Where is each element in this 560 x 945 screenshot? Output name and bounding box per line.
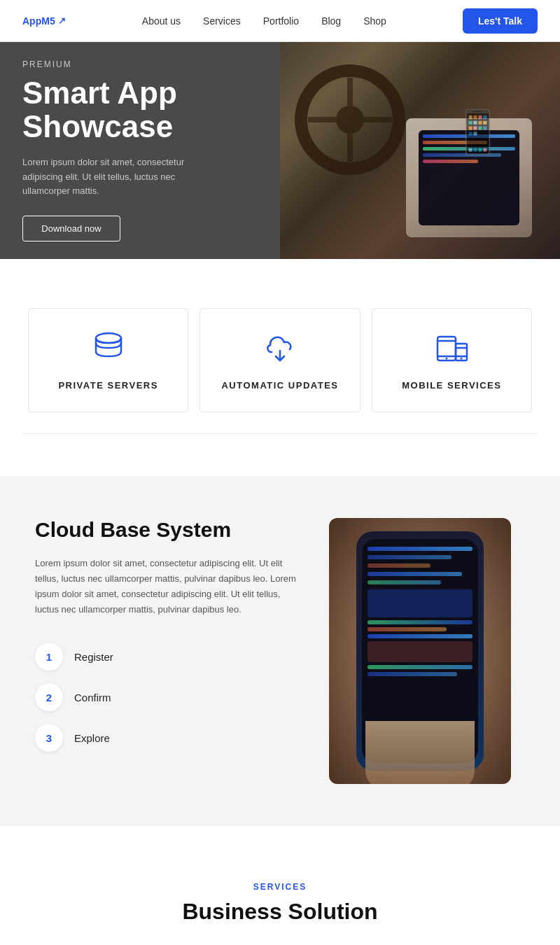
lets-talk-button[interactable]: Les't Talk — [463, 8, 538, 34]
step-2: 2 Confirm — [35, 683, 301, 711]
services-title: Business Solution — [22, 899, 538, 925]
nav-shop[interactable]: Shop — [363, 15, 386, 27]
download-button[interactable]: Download now — [22, 216, 120, 241]
services-section: SERVICES Business Solution — [0, 847, 560, 945]
step-1: 1 Register — [35, 643, 301, 671]
cloud-title: Cloud Base System — [35, 518, 301, 542]
nav-services[interactable]: Services — [203, 15, 241, 27]
hero-description: Lorem ipsum dolor sit amet, consectetur … — [22, 155, 218, 199]
phone-image-sim — [329, 518, 511, 784]
logo-icon: ↗ — [58, 15, 66, 26]
step-1-number: 1 — [35, 643, 63, 671]
navbar: AppM5 ↗ About us Services Portfolio Blog… — [0, 0, 560, 42]
features-row: PRIVATE SERVERS AUTOMATIC UPDATES — [22, 287, 538, 434]
mobile-services-label: MOBILE SERVICES — [402, 380, 501, 391]
hero-title: Smart App Showcase — [22, 76, 258, 144]
cloud-right-image — [329, 518, 525, 784]
step-3: 3 Explore — [35, 724, 301, 752]
hero-section: PREMIUM Smart App Showcase Lorem ipsum d… — [0, 42, 560, 259]
nav-portfolio[interactable]: Portfolio — [263, 15, 299, 27]
cloud-left-content: Cloud Base System Lorem ipsum dolor sit … — [35, 518, 301, 752]
svg-point-14 — [461, 358, 463, 360]
devices-icon — [433, 330, 470, 369]
hero-premium-label: PREMIUM — [22, 59, 258, 69]
hero-content: PREMIUM Smart App Showcase Lorem ipsum d… — [0, 42, 280, 259]
services-tag: SERVICES — [22, 882, 538, 892]
cloud-inner: Cloud Base System Lorem ipsum dolor sit … — [35, 518, 525, 784]
hero-image-sim — [280, 42, 560, 259]
step-2-label: Confirm — [74, 692, 111, 704]
svg-point-1 — [336, 106, 364, 134]
cloud-description: Lorem ipsum dolor sit amet, consectetur … — [35, 556, 301, 617]
step-3-number: 3 — [35, 724, 63, 752]
logo-text: AppM5 — [22, 15, 55, 27]
step-1-label: Register — [74, 651, 113, 663]
logo: AppM5 ↗ — [22, 15, 66, 27]
nav-blog[interactable]: Blog — [321, 15, 341, 27]
feature-private-servers: PRIVATE SERVERS — [28, 308, 188, 412]
private-servers-label: PRIVATE SERVERS — [58, 380, 158, 391]
svg-point-13 — [446, 358, 448, 360]
database-icon — [90, 330, 127, 369]
hero-image — [280, 42, 560, 259]
cloud-download-icon — [262, 330, 298, 369]
nav-links: About us Services Portfolio Blog Shop — [142, 15, 386, 27]
cloud-base-section: Cloud Base System Lorem ipsum dolor sit … — [0, 476, 560, 826]
nav-about[interactable]: About us — [142, 15, 181, 27]
steps-list: 1 Register 2 Confirm 3 Explore — [35, 643, 301, 752]
feature-automatic-updates: AUTOMATIC UPDATES — [200, 308, 360, 412]
automatic-updates-label: AUTOMATIC UPDATES — [221, 380, 338, 391]
features-container: PRIVATE SERVERS AUTOMATIC UPDATES — [0, 259, 560, 455]
feature-mobile-services: MOBILE SERVICES — [372, 308, 532, 412]
step-2-number: 2 — [35, 683, 63, 711]
step-3-label: Explore — [74, 732, 110, 744]
